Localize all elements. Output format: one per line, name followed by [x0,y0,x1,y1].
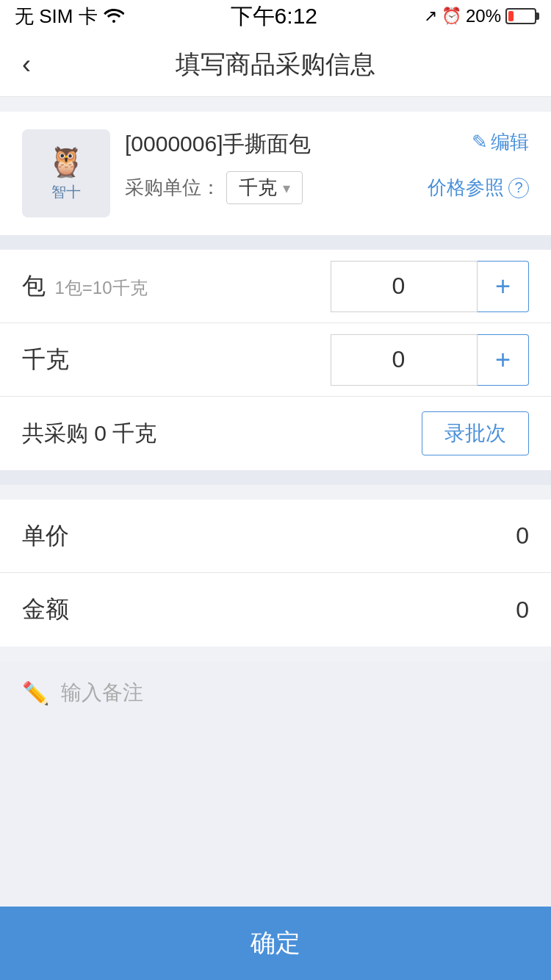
dropdown-icon: ▾ [283,179,290,197]
edit-icon: ✎ [472,131,488,154]
unit-value: 千克 [239,175,277,201]
unit-price-value: 0 [516,522,529,550]
kg-quantity-input[interactable] [331,334,478,386]
kg-input-control: + [331,334,529,386]
product-name: [0000006]手撕面包 [125,129,311,159]
bag-label: 包 [22,273,46,299]
unit-select[interactable]: 千克 ▾ [226,171,303,204]
section-divider-2 [0,470,551,485]
battery [505,8,536,24]
kg-input-row: 千克 + [0,323,551,397]
price-ref-label: 价格参照 [428,175,504,201]
product-unit-row: 采购单位： 千克 ▾ 价格参照 ? [125,171,529,204]
unit-label: 采购单位： [125,175,220,201]
bag-quantity-input[interactable] [331,261,478,312]
kg-label-container: 千克 [22,344,331,376]
kg-plus-button[interactable]: + [478,334,529,386]
amount-value: 0 [516,597,529,624]
nav-bar: ‹ 填写商品采购信息 [0,32,551,97]
alarm-icon: ⏰ [442,7,461,26]
product-card: 🦉 智十 [0000006]手撕面包 ✎ 编辑 采购单位： 千克 ▾ 价格参照 … [0,112,551,235]
unit-price-row: 单价 0 [0,500,551,573]
back-button[interactable]: ‹ [22,49,66,80]
no-sim-text: 无 SIM 卡 [15,4,98,29]
summary-row: 共采购 0 千克 录批次 [0,397,551,470]
input-section: 包 1包=10千克 + 千克 + [0,250,551,397]
product-thumb-label: 智十 [51,182,81,202]
price-section: 单价 0 金额 0 [0,500,551,646]
section-divider-1 [0,235,551,250]
status-right: ↗ ⏰ 20% [424,6,536,26]
page-title: 填写商品采购信息 [176,48,375,82]
summary-text: 共采购 0 千克 [22,419,156,449]
remark-section[interactable]: ✏️ 输入备注 [0,661,551,724]
wifi-icon [104,5,124,28]
bag-sub-label: 1包=10千克 [54,278,147,298]
location-icon: ↗ [424,7,437,26]
confirm-button-label: 确定 [251,926,300,960]
batch-button[interactable]: 录批次 [422,411,529,455]
status-time: 下午6:12 [231,1,317,32]
bag-plus-button[interactable]: + [478,261,529,312]
kg-label: 千克 [22,346,69,372]
help-icon: ? [508,178,529,198]
status-left: 无 SIM 卡 [15,4,124,29]
edit-label: 编辑 [491,129,529,155]
battery-percent: 20% [466,6,501,26]
price-ref-button[interactable]: 价格参照 ? [428,175,529,201]
product-info: [0000006]手撕面包 ✎ 编辑 采购单位： 千克 ▾ 价格参照 ? [125,129,529,204]
amount-label: 金额 [22,594,69,626]
remark-placeholder: 输入备注 [61,679,143,707]
unit-price-label: 单价 [22,520,69,552]
amount-row: 金额 0 [0,573,551,646]
product-header: [0000006]手撕面包 ✎ 编辑 [125,129,529,159]
confirm-button[interactable]: 确定 [0,907,551,980]
product-thumb-owl: 🦉 [48,145,84,179]
bag-label-container: 包 1包=10千克 [22,270,331,303]
bag-input-row: 包 1包=10千克 + [0,250,551,323]
status-bar: 无 SIM 卡 下午6:12 ↗ ⏰ 20% [0,0,551,32]
bag-input-control: + [331,261,529,312]
product-thumbnail: 🦉 智十 [22,129,110,217]
edit-button[interactable]: ✎ 编辑 [472,129,529,155]
pencil-icon: ✏️ [22,680,49,706]
